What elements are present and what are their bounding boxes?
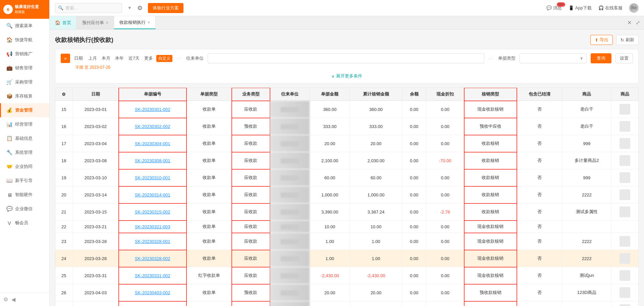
row-writeoff: 20.00 (350, 135, 402, 152)
tab-prepay[interactable]: 预付应付单 × (77, 16, 114, 29)
date-opt-this-year[interactable]: 本年 (114, 55, 125, 62)
date-opt-custom[interactable]: 自定义 (156, 55, 172, 62)
row-date: 2023-04-03 (72, 284, 119, 301)
row-writeoff: 1,000.00 (350, 186, 402, 203)
settings-icon[interactable]: ⚙ (3, 296, 8, 303)
row-date: 2023-03-15 (72, 203, 119, 221)
col-header-4: 业务类型 (232, 88, 270, 101)
tab-collection-close[interactable]: × (148, 20, 150, 25)
row-included: 否 (517, 284, 562, 301)
tab-home[interactable]: 🏠 首页 (50, 16, 77, 29)
row-bill-no[interactable]: SK-20230403-002 (119, 284, 186, 301)
collapse-icon[interactable]: ◀ (11, 296, 15, 303)
row-bill-no[interactable]: SK-20230304-001 (119, 135, 186, 152)
row-amount: 333.00 (310, 118, 350, 135)
row-balance: 0.00 (402, 118, 426, 135)
bill-type-select[interactable]: ▼ (520, 53, 587, 63)
row-bill-no[interactable]: SK-20230314-001 (119, 186, 186, 203)
row-bill-no[interactable]: SK-20230321-003 (119, 221, 186, 233)
row-bill-no[interactable]: SK-20230315-002 (119, 203, 186, 221)
row-bill-no[interactable]: SK-20230328-001 (119, 233, 186, 250)
tab-expand[interactable]: ⤢ (634, 19, 641, 26)
settings-button[interactable]: 设置 (615, 53, 633, 63)
goods-thumbnail (620, 236, 630, 247)
row-bill-no[interactable]: SK-20230328-002 (119, 250, 186, 267)
row-bill-no[interactable]: SK-20230308-001 (119, 152, 186, 169)
sidebar-item-hardware[interactable]: 🖥智能硬件 (0, 188, 49, 202)
sidebar-item-system[interactable]: 🔧系统管理 (0, 145, 49, 160)
row-goods2 (611, 152, 638, 169)
table-row: 172023-03-04SK-20230304-001收款单应收款██████2… (55, 135, 638, 152)
message-notification[interactable]: 💬 消息 99+ (546, 5, 562, 11)
row-bill-no[interactable]: SK-20230302-002 (119, 118, 186, 135)
date-opt-7days[interactable]: 近7天 (127, 55, 141, 62)
query-button[interactable]: 查询 (591, 53, 611, 63)
row-biz-type: 预收款 (232, 284, 270, 301)
row-bill-type: 收款单 (186, 186, 232, 203)
refresh-button[interactable]: ↻ 刷新 (616, 35, 639, 45)
message-icon: 💬 (546, 5, 552, 10)
row-date: 2023-03-14 (72, 186, 119, 203)
row-no: 26 (55, 284, 72, 301)
row-no: 18 (55, 152, 72, 169)
topbar-gear-icon[interactable]: ⚙ (137, 4, 143, 12)
sidebar-item-capital[interactable]: 💰资金管理 (0, 103, 49, 117)
search-box[interactable]: 🔍 搜索... (55, 3, 122, 13)
sidebar-item-operation[interactable]: 📊经营管理 (0, 117, 49, 131)
marketing-icon: 📢 (6, 51, 12, 57)
col-header-8: 余额 (402, 88, 426, 101)
row-bill-no[interactable]: SK-20230310-001 (119, 169, 186, 186)
col-header-10: 核销类型 (464, 88, 517, 101)
row-amount: 10.00 (310, 221, 350, 233)
app-download[interactable]: 📱 App下载 (569, 5, 592, 11)
sidebar-item-purchase[interactable]: 🛒采购管理 (0, 75, 49, 89)
row-bill-no[interactable]: SK-20230408-001 (119, 301, 186, 306)
tab-close-all[interactable]: ✕ (626, 19, 633, 26)
sidebar-item-marketing[interactable]: 📢营销推广 (0, 47, 49, 61)
sidebar-item-inventory[interactable]: 📦库存核算 (0, 89, 49, 103)
sidebar-item-sales[interactable]: 💼销售管理 (0, 61, 49, 75)
date-opt-this-month[interactable]: 本月 (100, 55, 112, 62)
row-bill-type: 红字收款单 (186, 267, 232, 284)
online-service[interactable]: 🎧 在线客服 (598, 5, 623, 11)
sidebar-item-guide[interactable]: 📖新手引导 (0, 174, 49, 188)
sidebar-item-wechat[interactable]: 💬企业微信 (0, 202, 49, 216)
tab-collection[interactable]: 收款核销执行 × (114, 16, 156, 29)
row-bill-no[interactable]: SK-20230331-002 (119, 267, 186, 284)
sidebar-item-corp[interactable]: 🤝企业协同 (0, 160, 49, 174)
purchase-icon: 🛒 (6, 79, 12, 85)
avatar[interactable]: Rit (629, 3, 639, 13)
row-discount: 0.00 (426, 233, 464, 250)
dropdown-arrow[interactable]: ▼ (127, 5, 132, 10)
operation-label: 经营管理 (15, 121, 33, 127)
purchase-label: 采购管理 (15, 79, 33, 85)
nav-icon: 🏠 (6, 37, 12, 43)
date-opt-last-month[interactable]: 上月 (87, 55, 98, 62)
date-opt-more[interactable]: 更多 (143, 55, 154, 62)
basic-label: 基础信息 (15, 135, 33, 141)
col-header-7: 累计核销金额 (350, 88, 402, 101)
sidebar: 6 畅康道好生意 标推版 🔍搜索菜单🏠快捷导航📢营销推广💼销售管理🛒采购管理📦库… (0, 0, 50, 306)
sidebar-item-basic[interactable]: 📋基础信息 (0, 131, 49, 145)
col-header-1: 日期 (72, 88, 119, 101)
expand-conditions-btn[interactable]: ∨ 展开更多条件 (61, 73, 633, 79)
corp-label: 企业协同 (15, 164, 33, 170)
filter-row: » 日期 上月 本月 本年 近7天 更多 自定义 ··· 往来单位 ··· 单据… (61, 53, 633, 63)
row-discount: 0.00 (426, 169, 464, 186)
filter-toggle-btn[interactable]: » (61, 54, 70, 63)
solution-button[interactable]: 体验行业方案 (148, 3, 183, 13)
hardware-icon: 🖥 (6, 192, 12, 198)
row-writeoff-type: 现金收款核销 (464, 267, 517, 284)
row-writeoff-type: 预收中应收 (464, 118, 517, 135)
sidebar-item-nav[interactable]: 🏠快捷导航 (0, 33, 49, 47)
sidebar-item-search[interactable]: 🔍搜索菜单 (0, 19, 49, 33)
table-row: 212023-03-15SK-20230315-002收款单应收款██████3… (55, 203, 638, 221)
logo-text: 畅康道好生意 (15, 4, 39, 10)
tab-prepay-close[interactable]: × (106, 20, 108, 25)
row-bill-no[interactable]: SK-20230301-002 (119, 101, 186, 118)
page-header: 收款核销执行(按收款) ⬆ 导出 ↻ 刷新 (55, 35, 639, 45)
row-writeoff: 1.00 (350, 250, 402, 267)
export-button[interactable]: ⬆ 导出 (590, 35, 613, 45)
sidebar-item-member[interactable]: V畅会员 (0, 216, 49, 230)
counterpart-input[interactable] (208, 53, 484, 63)
